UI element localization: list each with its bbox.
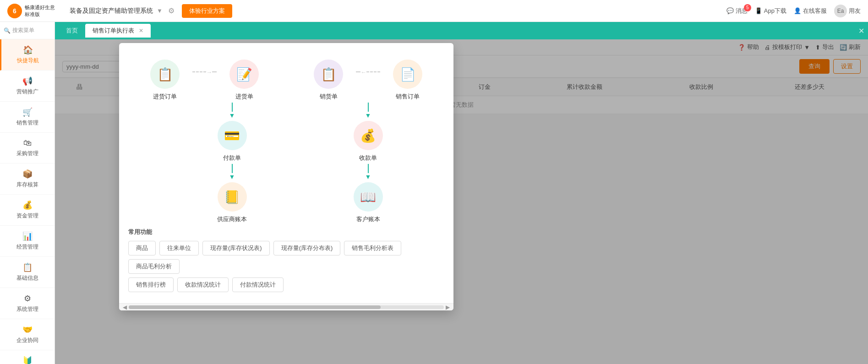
modal-scrollbar: ◀ ▶ bbox=[119, 303, 453, 310]
message-badge: 5 bbox=[744, 4, 751, 11]
search-icon: 🔍 bbox=[4, 27, 11, 34]
logo-area: 6 畅康通好生意 标准版 bbox=[7, 4, 62, 18]
scrollbar-track[interactable] bbox=[129, 305, 444, 309]
purchase-order-icon: 📋 bbox=[150, 60, 180, 89]
sidebar-item-system[interactable]: ⚙ 系统管理 bbox=[0, 288, 55, 319]
header-right: 💬 消息 5 📱 App下载 👤 在线客服 Ea 用友 bbox=[726, 5, 861, 17]
guide-icon: 🔰 bbox=[22, 356, 33, 364]
scroll-right-icon[interactable]: ▶ bbox=[444, 304, 452, 310]
customer-ledger-label: 客户账本 bbox=[356, 215, 380, 223]
tab-close-icon[interactable]: ✕ bbox=[139, 27, 143, 34]
inventory-icon: 📦 bbox=[22, 169, 33, 179]
logo-text: 畅康通好生意 标准版 bbox=[25, 4, 55, 17]
marketing-icon: 📢 bbox=[22, 76, 33, 86]
sales-bill-icon: 📋 bbox=[314, 60, 343, 89]
system-icon: ⚙ bbox=[24, 293, 31, 304]
phone-icon: 📱 bbox=[755, 7, 762, 14]
close-all-tabs-icon[interactable]: ✕ bbox=[858, 27, 864, 35]
flow-node-purchase-bill[interactable]: 📝 进货单 bbox=[217, 60, 272, 101]
operation-icon: 📊 bbox=[22, 231, 33, 241]
avatar: Ea bbox=[834, 5, 847, 17]
flow-node-receipt[interactable]: 💰 收款单 bbox=[341, 121, 396, 162]
flow-node-sales-order[interactable]: 📄 销售订单 bbox=[380, 60, 435, 101]
sales-order-icon: 📄 bbox=[393, 60, 422, 89]
app-download-btn[interactable]: 📱 App下载 bbox=[755, 7, 786, 15]
system-title: 装备及固定资产辅助管理系统 bbox=[70, 7, 153, 15]
online-service-btn[interactable]: 👤 在线客服 bbox=[794, 7, 827, 15]
func-btn-stock-dist[interactable]: 现存量(库存分布表) bbox=[273, 241, 341, 255]
common-funcs-title: 常用功能 bbox=[128, 228, 444, 236]
modal-overlay: 📋 进货订单 → 📝 bbox=[55, 39, 868, 364]
func-btn-stock-status[interactable]: 现存量(库存状况表) bbox=[202, 241, 270, 255]
receipt-label: 收款单 bbox=[359, 154, 377, 162]
user-profile[interactable]: Ea 用友 bbox=[834, 5, 861, 17]
supplier-ledger-icon: 📒 bbox=[218, 182, 247, 212]
func-btn-sales-profit[interactable]: 销售毛利分析表 bbox=[344, 241, 401, 255]
func-btn-payment-stats[interactable]: 付款情况统计 bbox=[232, 277, 284, 292]
flow-node-customer-ledger[interactable]: 📖 客户账本 bbox=[341, 182, 396, 223]
func-btn-receipt-stats[interactable]: 收款情况统计 bbox=[177, 277, 229, 292]
sidebar-item-inventory[interactable]: 📦 库存核算 bbox=[0, 163, 55, 195]
func-buttons-row-1: 商品 往来单位 现存量(库存状况表) 现存量(库存分布表) 销售毛利分析表 商品… bbox=[128, 241, 444, 274]
func-btn-partners[interactable]: 往来单位 bbox=[159, 241, 199, 255]
message-btn[interactable]: 💬 消息 5 bbox=[726, 7, 748, 15]
flow-section: 📋 进货订单 → 📝 bbox=[119, 43, 453, 228]
modal: 📋 进货订单 → 📝 bbox=[119, 43, 453, 310]
func-buttons-row-2: 销售排行榜 收款情况统计 付款情况统计 bbox=[128, 277, 444, 292]
content-area: 首页 销售订单执行表 ✕ ✕ ❓ 帮助 🖨 按模板打印 bbox=[55, 22, 868, 364]
top-header: 6 畅康通好生意 标准版 装备及固定资产辅助管理系统 ▼ ⚙ 体验行业方案 💬 … bbox=[0, 0, 868, 22]
dropdown-arrow-icon[interactable]: ▼ bbox=[157, 7, 163, 14]
payment-label: 付款单 bbox=[223, 154, 241, 162]
tab-sales-exec[interactable]: 销售订单执行表 ✕ bbox=[85, 24, 151, 38]
purchase-icon: 🛍 bbox=[23, 138, 32, 148]
basic-icon: 📋 bbox=[22, 262, 33, 272]
tabs-bar: 首页 销售订单执行表 ✕ ✕ bbox=[55, 22, 868, 39]
finance-icon: 💰 bbox=[22, 200, 33, 210]
sales-order-label: 销售订单 bbox=[396, 92, 420, 101]
sales-bill-label: 销货单 bbox=[320, 92, 338, 101]
sidebar-item-collab[interactable]: 🤝 企业协同 bbox=[0, 319, 55, 350]
purchase-bill-icon: 📝 bbox=[229, 60, 259, 89]
sidebar-item-guide[interactable]: 🔰 新手引导 bbox=[0, 350, 55, 364]
logo-icon: 6 bbox=[7, 4, 22, 18]
supplier-ledger-label: 供应商账本 bbox=[217, 215, 247, 223]
scrollbar-thumb[interactable] bbox=[129, 305, 381, 309]
purchase-order-label: 进货订单 bbox=[153, 92, 177, 101]
home-icon: 🏠 bbox=[23, 45, 33, 55]
system-title-area: 装备及固定资产辅助管理系统 ▼ ⚙ 体验行业方案 bbox=[70, 4, 726, 18]
main-layout: 🔍 搜索菜单 🏠 快捷导航 📢 营销推广 🛒 销售管理 🛍 采购管理 📦 库存核… bbox=[0, 22, 868, 364]
flow-node-supplier-ledger[interactable]: 📒 供应商账本 bbox=[205, 182, 260, 223]
sidebar: 🔍 搜索菜单 🏠 快捷导航 📢 营销推广 🛒 销售管理 🛍 采购管理 📦 库存核… bbox=[0, 22, 55, 364]
flow-node-sales-bill[interactable]: 📋 销货单 bbox=[301, 60, 356, 101]
sidebar-item-operation[interactable]: 📊 经营管理 bbox=[0, 226, 55, 257]
sidebar-item-quick[interactable]: 🏠 快捷导航 bbox=[0, 39, 55, 71]
payment-icon: 💳 bbox=[218, 121, 247, 150]
sidebar-item-finance[interactable]: 💰 资金管理 bbox=[0, 195, 55, 226]
func-btn-sales-rank[interactable]: 销售排行榜 bbox=[128, 277, 174, 292]
purchase-bill-label: 进货单 bbox=[235, 92, 253, 101]
sales-icon: 🛒 bbox=[22, 107, 33, 117]
scroll-left-icon[interactable]: ◀ bbox=[121, 304, 129, 310]
func-btn-product[interactable]: 商品 bbox=[128, 241, 156, 255]
sidebar-item-marketing[interactable]: 📢 营销推广 bbox=[0, 71, 55, 102]
receipt-icon: 💰 bbox=[354, 121, 383, 150]
collab-icon: 🤝 bbox=[22, 325, 33, 335]
sidebar-item-basic[interactable]: 📋 基础信息 bbox=[0, 257, 55, 288]
page-content: ❓ 帮助 🖨 按模板打印 ▼ ⬆ 导出 🔄 刷新 bbox=[55, 39, 868, 364]
func-btn-product-profit[interactable]: 商品毛利分析 bbox=[128, 259, 180, 274]
tab-home[interactable]: 首页 bbox=[59, 24, 85, 38]
sidebar-search[interactable]: 🔍 搜索菜单 bbox=[0, 22, 55, 39]
customer-ledger-icon: 📖 bbox=[354, 182, 383, 212]
settings-icon[interactable]: ⚙ bbox=[168, 6, 175, 15]
sidebar-item-sales[interactable]: 🛒 销售管理 bbox=[0, 102, 55, 133]
sidebar-item-purchase[interactable]: 🛍 采购管理 bbox=[0, 133, 55, 163]
message-icon: 💬 bbox=[726, 7, 734, 14]
service-icon: 👤 bbox=[794, 7, 801, 14]
flow-node-payment[interactable]: 💳 付款单 bbox=[205, 121, 260, 162]
try-btn[interactable]: 体验行业方案 bbox=[182, 4, 232, 18]
flow-node-purchase-order[interactable]: 📋 进货订单 bbox=[137, 60, 192, 101]
common-funcs: 常用功能 商品 往来单位 现存量(库存状况表) 现存量(库存分布表) 销售毛利分… bbox=[119, 228, 453, 303]
